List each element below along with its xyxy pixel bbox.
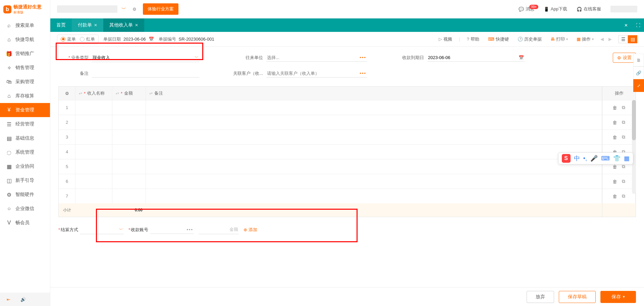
tab-close-all-button[interactable]: ✕ [620, 18, 632, 32]
fullscreen-button[interactable]: ⛶ [632, 18, 644, 32]
save-button[interactable]: 保存▾ [600, 291, 636, 303]
delete-icon[interactable]: 🗑 [612, 194, 617, 199]
copy-icon[interactable]: ⧉ [622, 105, 625, 110]
sidebar-item-13[interactable]: ○企业微信 [0, 202, 50, 216]
save-draft-button[interactable]: 保存草稿 [559, 291, 596, 303]
copy-icon[interactable]: ⧉ [622, 119, 625, 125]
copy-icon[interactable]: ⧉ [622, 134, 625, 140]
settings-button[interactable]: ⚙ 设置 [613, 53, 636, 63]
sidebar-item-0[interactable]: ⌕搜索菜单 [0, 18, 50, 33]
print-link[interactable]: 🖶打印▾ [548, 36, 570, 42]
messages-button[interactable]: 💬 消息 99+ [516, 6, 537, 12]
biz-type-input[interactable] [93, 55, 195, 60]
col-income-name[interactable]: ▴▾*收入名称 [75, 87, 112, 100]
doc-date-field[interactable]: 单据日期 2023-06-06 📅 [103, 36, 154, 42]
chevron-down-icon[interactable]: ﹀ [121, 6, 126, 12]
table-row[interactable]: 5 [59, 159, 602, 174]
delete-icon[interactable]: 🗑 [612, 105, 617, 110]
app-download-button[interactable]: 📱 App下载 [541, 6, 570, 12]
partner-field[interactable]: 往来单位 ••• [233, 54, 367, 62]
sidebar-item-6[interactable]: ¥资金管理 [0, 103, 50, 117]
sound-icon[interactable]: 🔊 [20, 297, 26, 302]
table-row[interactable]: 4 [59, 144, 602, 159]
ime-mic-icon[interactable]: 🎤 [590, 155, 598, 162]
sidebar-item-12[interactable]: ⚙智能硬件 [0, 188, 50, 202]
sidebar-item-9[interactable]: ◌系统管理 [0, 145, 50, 159]
tab-2[interactable]: 其他收入单✕ [103, 18, 144, 32]
remark-input[interactable] [93, 71, 199, 76]
ime-skin-icon[interactable]: 👕 [613, 155, 621, 162]
due-date-field[interactable]: 收款到期日 📅 [394, 54, 525, 62]
link-customer-field[interactable]: 关联客户（收... ••• [220, 69, 367, 78]
remark-field[interactable]: 备注 [58, 69, 199, 78]
close-icon[interactable]: ✕ [94, 23, 97, 28]
delete-icon[interactable]: 🗑 [612, 120, 617, 125]
link-customer-input[interactable] [267, 71, 360, 76]
sidebar-item-10[interactable]: ▦企业协同 [0, 159, 50, 173]
chevron-down-icon[interactable]: ﹀ [119, 227, 123, 233]
more-icon[interactable]: ••• [186, 227, 193, 232]
collapse-icon[interactable]: ⇤ [7, 297, 10, 302]
delete-icon[interactable]: 🗑 [612, 179, 617, 184]
due-date-input[interactable] [428, 55, 519, 60]
ime-grid-icon[interactable]: ▦ [624, 155, 630, 162]
ime-keyboard-icon[interactable]: ⌨ [601, 155, 610, 162]
list-view-button[interactable]: ☰ [619, 35, 628, 43]
org-name[interactable] [57, 5, 117, 13]
biz-type-field[interactable]: *业务类型 ﹀ [58, 53, 199, 62]
operate-link[interactable]: ▦操作▾ [575, 36, 596, 42]
close-icon[interactable]: ✕ [135, 23, 138, 28]
calendar-icon[interactable]: 📅 [519, 55, 524, 60]
video-link[interactable]: ▷视频 [437, 36, 454, 42]
history-link[interactable]: 🕑历史单据 [516, 36, 544, 42]
chevron-down-icon[interactable]: ﹀ [195, 55, 199, 60]
table-row[interactable]: 6 [59, 174, 602, 189]
settle-amount-field[interactable]: 金额 [199, 225, 239, 234]
tab-1[interactable]: 付款单✕ [72, 18, 103, 32]
sidebar-item-1[interactable]: ⌂快捷导航 [0, 33, 50, 47]
table-settings-button[interactable]: ⚙ [59, 87, 75, 100]
delete-icon[interactable]: 🗑 [612, 164, 617, 169]
discard-button[interactable]: 放弃 [527, 291, 554, 303]
radio-blue[interactable]: 蓝单 [61, 36, 76, 42]
float-link-icon[interactable]: 🔗 [633, 66, 644, 79]
sidebar-item-4[interactable]: 🛍采购管理 [0, 75, 50, 89]
table-row[interactable]: 2 [59, 115, 602, 130]
copy-icon[interactable]: ⧉ [622, 178, 625, 184]
ime-punct-icon[interactable]: •, [583, 155, 587, 162]
add-settlement-button[interactable]: ⊕ 添加 [244, 227, 257, 233]
shortcut-link[interactable]: ⌨快捷键 [486, 36, 511, 42]
more-icon[interactable]: ••• [360, 55, 366, 60]
try-plan-button[interactable]: 体验行业方案 [143, 3, 178, 15]
ime-cn-icon[interactable]: 中 [574, 154, 580, 162]
table-row[interactable]: 7 [59, 189, 602, 203]
calendar-icon[interactable]: 📅 [149, 37, 154, 42]
gear-icon[interactable]: ⚙ [130, 5, 139, 13]
radio-red[interactable]: 红单 [80, 36, 95, 42]
prev-icon[interactable]: ◀ [600, 37, 604, 42]
settle-account-field[interactable]: *收款账号 ••• [128, 226, 194, 234]
copy-icon[interactable]: ⧉ [622, 164, 625, 169]
next-icon[interactable]: ▶ [608, 37, 612, 42]
help-link[interactable]: ?帮助 [465, 36, 481, 42]
copy-icon[interactable]: ⧉ [622, 193, 625, 199]
support-button[interactable]: 🎧 在线客服 [574, 6, 604, 12]
partner-input[interactable] [267, 55, 360, 60]
float-expand-icon[interactable]: ⤢ [633, 79, 644, 92]
sidebar-item-5[interactable]: ⌂库存核算 [0, 89, 50, 103]
sidebar-item-11[interactable]: ◫新手引导 [0, 173, 50, 188]
scrollbar[interactable] [632, 100, 636, 194]
form-view-button[interactable]: ▤ [628, 35, 637, 43]
tab-0[interactable]: 首页 [50, 18, 72, 32]
delete-icon[interactable]: 🗑 [612, 135, 617, 140]
table-row[interactable]: 1 [59, 100, 602, 115]
settle-method-field[interactable]: *结算方式 ﹀ [58, 225, 124, 234]
sidebar-item-14[interactable]: V畅会员 [0, 216, 50, 230]
more-icon[interactable]: ••• [360, 71, 366, 76]
sidebar-item-3[interactable]: ✧销售管理 [0, 61, 50, 75]
sidebar-item-8[interactable]: ▤基础信息 [0, 131, 50, 145]
col-remark[interactable]: ▴▾备注 [146, 87, 602, 100]
ime-toolbar[interactable]: S 中 •, 🎤 ⌨ 👕 ▦ [558, 152, 633, 164]
sidebar-item-2[interactable]: 🎁营销推广 [0, 47, 50, 61]
sidebar-item-7[interactable]: ☰经营管理 [0, 117, 50, 131]
